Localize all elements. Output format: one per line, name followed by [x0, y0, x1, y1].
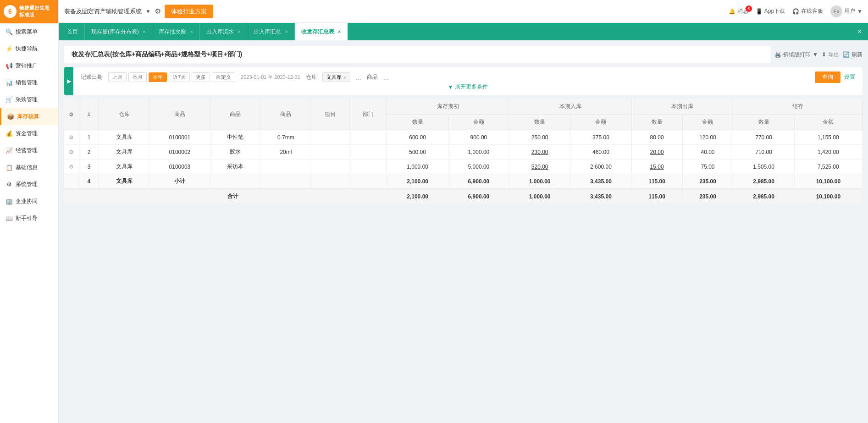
sidebar-item-finance[interactable]: 💰 资金管理 — [0, 125, 58, 142]
tab-close-recv-send[interactable]: × — [338, 29, 341, 34]
app-download-btn[interactable]: 📱 App下载 — [756, 7, 785, 15]
topbar-right: 🔔 消息 6 📱 App下载 🎧 在线客服 Ea 用户 ▼ — [729, 5, 862, 17]
topbar-left: 装备及固定资产辅助管理系统 ▼ ⚙ 体验行业方案 — [64, 5, 213, 18]
table-settings-icon[interactable]: ⚙ — [69, 111, 74, 118]
row2-no: 2 — [79, 145, 99, 159]
row2-code: 0100002 — [149, 145, 210, 159]
row1-out-qty[interactable]: 80.00 — [631, 130, 682, 145]
col-inbound-qty: 数量 — [509, 115, 570, 130]
settings-gear-icon[interactable]: ⚙ — [155, 7, 161, 16]
subtotal-empty2 — [260, 174, 311, 189]
tab-inout-summary[interactable]: 出入库汇总 × — [247, 23, 294, 40]
guide-icon: 📖 — [6, 214, 13, 222]
tab-recv-send[interactable]: 收发存汇总表 × — [295, 23, 348, 40]
row2-warehouse: 文具库 — [99, 145, 149, 159]
sidebar-item-system[interactable]: ⚙ 系统管理 — [0, 176, 58, 193]
refresh-btn[interactable]: 🔄 刷新 — [843, 51, 862, 59]
message-badge: 6 — [746, 5, 752, 12]
sidebar-item-guide[interactable]: 📖 新手引导 — [0, 210, 58, 227]
row1-gear[interactable]: ⚙ — [64, 130, 79, 145]
data-table: ⚙ # 仓库 商品 商品 商品 项目 部门 库存期初 本期入库 本期出库 结存 — [64, 99, 862, 204]
tab-home[interactable]: 首页 — [61, 23, 85, 40]
date-btn-prev-month[interactable]: 上月 — [108, 72, 127, 82]
close-all-tabs-btn[interactable]: × — [853, 27, 866, 36]
sidebar-item-quick-nav[interactable]: ⚡ 快捷导航 — [0, 40, 58, 57]
trial-btn[interactable]: 体验行业方案 — [165, 5, 213, 18]
col-closing-amt: 金额 — [794, 115, 862, 130]
sidebar-item-marketing[interactable]: 📢 营销推广 — [0, 57, 58, 74]
table-row: ⚙ 1 文具库 0100001 中性笔 0.7mm 600.00 900.00 … — [64, 130, 862, 145]
sidebar-item-search[interactable]: 🔍 搜索菜单 — [0, 23, 58, 40]
user-menu[interactable]: Ea 用户 ▼ — [830, 5, 862, 17]
message-btn[interactable]: 🔔 消息 6 — [729, 7, 748, 15]
setting-link[interactable]: 设置 — [844, 73, 855, 81]
subtotal-empty1 — [210, 174, 260, 189]
total-out-amt: 235.00 — [682, 189, 733, 204]
warehouse-ellipsis[interactable]: ... — [356, 74, 361, 81]
goods-ellipsis[interactable]: ... — [383, 74, 389, 81]
bell-icon: 🔔 — [729, 8, 735, 15]
date-btn-this-month[interactable]: 本月 — [128, 72, 147, 82]
total-opening-qty: 2,100.00 — [387, 189, 448, 204]
tab-close-inout-summary[interactable]: × — [285, 29, 287, 34]
col-opening-qty: 数量 — [387, 115, 448, 130]
subtotal-out-qty[interactable]: 115.00 — [631, 174, 682, 189]
sidebar-item-purchase[interactable]: 🛒 采购管理 — [0, 91, 58, 108]
row1-in-qty[interactable]: 250.00 — [509, 130, 570, 145]
tab-close-batch[interactable]: × — [190, 29, 193, 34]
print-btn[interactable]: 🖨️ 拆镇版打印 ▼ — [774, 51, 818, 59]
purchase-icon: 🛒 — [6, 96, 13, 103]
subtotal-in-qty[interactable]: 1,000.00 — [509, 174, 570, 189]
sidebar-item-operations[interactable]: 📈 经营管理 — [0, 142, 58, 159]
chevron-down-icon: ▼ — [857, 8, 862, 15]
col-closing-header: 结存 — [733, 99, 862, 115]
row1-in-amt: 375.00 — [570, 130, 631, 145]
col-closing-qty: 数量 — [733, 115, 794, 130]
sidebar-item-enterprise[interactable]: 🏢 企业协同 — [0, 193, 58, 210]
row1-closing-qty: 770.00 — [733, 130, 794, 145]
sidebar-nav: 🔍 搜索菜单 ⚡ 快捷导航 📢 营销推广 📊 销售管理 🛒 采购管理 📦 库存核… — [0, 23, 58, 423]
search-icon: 🔍 — [6, 28, 13, 35]
subtotal-opening-qty: 2,100.00 — [387, 174, 448, 189]
total-in-qty: 1,000.00 — [509, 189, 570, 204]
col-code-header: 商品 — [149, 99, 210, 130]
chevron-down-expand-icon: ▼ — [448, 84, 453, 90]
date-btn-this-year[interactable]: 本年 — [149, 72, 167, 82]
sidebar-logo: 6 畅捷通好生意 标准版 — [0, 0, 58, 23]
expand-more-btn[interactable]: ▼ 展开更多条件 — [448, 83, 488, 91]
row3-in-qty[interactable]: 520.00 — [509, 159, 570, 174]
total-opening-amt: 6,900.00 — [448, 189, 509, 204]
col-opening-amt: 金额 — [448, 115, 509, 130]
enterprise-icon: 🏢 — [6, 198, 13, 205]
date-btn-more[interactable]: 更多 — [192, 72, 210, 82]
row3-out-qty[interactable]: 15.00 — [631, 159, 682, 174]
online-service-btn[interactable]: 🎧 在线客服 — [792, 7, 823, 15]
row2-in-qty[interactable]: 230.00 — [509, 145, 570, 159]
query-btn[interactable]: 查询 — [815, 71, 840, 83]
logo-text: 畅捷通好生意 标准版 — [19, 5, 50, 19]
sidebar-item-basic-info[interactable]: 📋 基础信息 — [0, 159, 58, 176]
tab-close-inout-flow[interactable]: × — [238, 29, 240, 34]
filter-collapse-btn[interactable]: ▶ — [64, 67, 73, 95]
tab-batch[interactable]: 库存批次账 × — [152, 23, 199, 40]
row3-gear[interactable]: ⚙ — [64, 159, 79, 174]
tab-close-stock-dist[interactable]: × — [143, 29, 145, 34]
row2-in-amt: 460.00 — [570, 145, 631, 159]
row2-gear[interactable]: ⚙ — [64, 145, 79, 159]
date-btn-7days[interactable]: 近7天 — [169, 72, 190, 82]
warehouse-tag-remove[interactable]: × — [343, 75, 346, 80]
row3-project — [311, 159, 349, 174]
date-btn-custom[interactable]: 自定义 — [212, 72, 235, 82]
sidebar-item-inventory[interactable]: 📦 库存核算 — [0, 108, 58, 125]
system-dropdown[interactable]: ▼ — [145, 8, 151, 15]
date-range-label: 2023-01-01 至 2023-12-31 — [241, 74, 300, 81]
col-spec-header: 商品 — [260, 99, 311, 130]
row1-warehouse: 文具库 — [99, 130, 149, 145]
row2-out-qty[interactable]: 20.00 — [631, 145, 682, 159]
export-btn[interactable]: ⬇ 导出 — [822, 51, 839, 59]
row1-spec: 0.7mm — [260, 130, 311, 145]
tab-inout-flow[interactable]: 出入库流水 × — [200, 23, 247, 40]
sidebar-item-sales[interactable]: 📊 销售管理 — [0, 74, 58, 91]
tab-stock-dist[interactable]: 现存量(库存分布表) × — [85, 23, 152, 40]
col-settings-header[interactable]: ⚙ — [64, 99, 79, 130]
